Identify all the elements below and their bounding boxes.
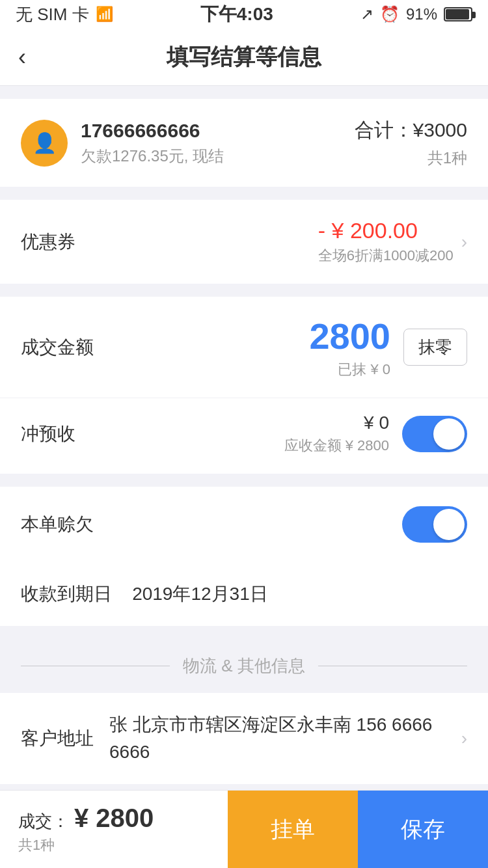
prepay-toggle[interactable] — [402, 416, 467, 452]
logistics-label: 物流 & 其他信息 — [183, 655, 305, 677]
round-button[interactable]: 抹零 — [403, 329, 467, 366]
amount-right: 2800 已抹 ¥ 0 抹零 — [309, 315, 467, 379]
battery-icon — [444, 7, 472, 21]
debt-toggle[interactable] — [402, 506, 467, 543]
prepay-amount: ¥ 0 — [284, 413, 389, 433]
address-arrow-icon: › — [461, 728, 467, 749]
address-value: 张 北京市市辖区海淀区永丰南 156 6666 6666 — [109, 711, 461, 766]
save-button[interactable]: 保存 — [358, 791, 488, 869]
customer-info: 17666666666 欠款1276.35元, 现结 — [81, 120, 224, 167]
prepay-value-container: ¥ 0 应收金额 ¥ 2800 — [284, 413, 389, 455]
section-gap-2 — [0, 284, 488, 297]
debt-row: 本单赊欠 — [0, 487, 488, 562]
status-bar: 无 SIM 卡 📶 下午4:03 ↗ ⏰ 91% — [0, 0, 488, 29]
customer-debt: 欠款1276.35元, 现结 — [81, 146, 224, 167]
wifi-icon: 📶 — [96, 6, 113, 23]
bottom-count: 共1种 — [18, 835, 210, 855]
coupon-desc: 全场6折满1000减200 — [318, 246, 454, 265]
divider-line-left — [21, 666, 170, 666]
alarm-icon: ⏰ — [380, 5, 400, 23]
coupon-right: - ¥ 200.00 全场6折满1000减200 › — [318, 218, 467, 265]
total-amount: 合计：¥3000 — [355, 117, 467, 144]
bottom-info: 成交： ¥ 2800 共1种 — [0, 804, 228, 855]
bottom-amount: ¥ 2800 — [74, 804, 154, 833]
customer-phone: 17666666666 — [81, 120, 224, 142]
prepay-right: ¥ 0 应收金额 ¥ 2800 — [284, 413, 467, 455]
customer-right: 合计：¥3000 共1种 — [355, 117, 467, 169]
clock-label: 下午4:03 — [200, 2, 273, 27]
bottom-deal-label: 成交： — [18, 810, 69, 833]
amount-section: 成交金额 2800 已抹 ¥ 0 抹零 冲预收 ¥ 0 应收金额 ¥ 2800 — [0, 297, 488, 474]
amount-value: 2800 — [309, 315, 390, 357]
prepay-row: 冲预收 ¥ 0 应收金额 ¥ 2800 — [0, 398, 488, 474]
avatar-icon: 👤 — [33, 131, 57, 154]
hold-button[interactable]: 挂单 — [228, 791, 358, 869]
coupon-discount: - ¥ 200.00 — [318, 218, 454, 243]
address-row[interactable]: 客户地址 张 北京市市辖区海淀区永丰南 156 6666 6666 › — [0, 693, 488, 784]
total-count: 共1种 — [355, 148, 467, 169]
prepay-label: 冲预收 — [21, 422, 75, 446]
amount-value-container: 2800 已抹 ¥ 0 — [309, 315, 390, 379]
coupon-row[interactable]: 优惠券 - ¥ 200.00 全场6折满1000减200 › — [0, 200, 488, 284]
due-date-label: 收款到期日 — [21, 584, 112, 604]
divider-line-right — [318, 666, 467, 666]
back-icon: ‹ — [18, 44, 26, 71]
status-left: 无 SIM 卡 📶 — [16, 3, 113, 26]
coupon-info: - ¥ 200.00 全场6折满1000减200 — [318, 218, 454, 265]
due-date-row: 收款到期日 2019年12月31日 — [0, 562, 488, 626]
amount-label: 成交金额 — [21, 335, 94, 360]
coupon-arrow-icon: › — [461, 232, 467, 252]
page-title: 填写结算等信息 — [167, 42, 321, 72]
carrier-label: 无 SIM 卡 — [16, 3, 89, 26]
section-gap-4 — [0, 626, 488, 639]
customer-left: 👤 17666666666 欠款1276.35元, 现结 — [21, 120, 224, 167]
status-right: ↗ ⏰ 91% — [360, 5, 472, 23]
prepay-sub: 应收金额 ¥ 2800 — [284, 436, 389, 455]
debt-label: 本单赊欠 — [21, 512, 94, 537]
due-date-content: 收款到期日 2019年12月31日 — [21, 584, 268, 604]
battery-label: 91% — [406, 5, 437, 23]
address-label: 客户地址 — [21, 726, 94, 751]
amount-row: 成交金额 2800 已抹 ¥ 0 抹零 — [0, 297, 488, 398]
bottom-bar: 成交： ¥ 2800 共1种 挂单 保存 — [0, 790, 488, 868]
coupon-label: 优惠券 — [21, 230, 75, 254]
location-icon: ↗ — [360, 5, 373, 23]
logistics-divider: 物流 & 其他信息 — [0, 639, 488, 693]
section-gap-3 — [0, 474, 488, 487]
avatar: 👤 — [21, 120, 68, 167]
section-gap-1 — [0, 187, 488, 200]
amount-sub: 已抹 ¥ 0 — [309, 360, 390, 379]
customer-card: 👤 17666666666 欠款1276.35元, 现结 合计：¥3000 共1… — [0, 99, 488, 187]
back-button[interactable]: ‹ — [18, 44, 26, 71]
nav-bar: ‹ 填写结算等信息 — [0, 29, 488, 86]
due-date-value: 2019年12月31日 — [132, 584, 268, 604]
prepay-toggle-knob — [433, 418, 465, 450]
debt-toggle-knob — [433, 509, 465, 540]
